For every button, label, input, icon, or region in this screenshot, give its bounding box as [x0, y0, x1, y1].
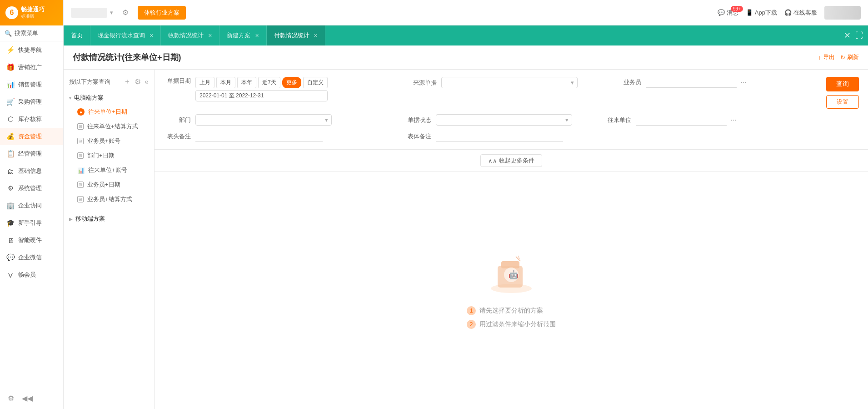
scheme-staff-date[interactable]: ⊞ 业务员+日期 [64, 177, 154, 192]
btn-last7[interactable]: 近7天 [258, 77, 280, 88]
sidebar-item-operation[interactable]: 📋 经营管理 [0, 145, 63, 162]
app-icon: 📱 [746, 9, 753, 16]
sidebar-item-wechat[interactable]: 💬 企业微信 [0, 249, 63, 266]
refresh-btn[interactable]: ↻ 刷新 [840, 53, 859, 61]
scheme-staff-account-label: 业务员+账号 [87, 137, 120, 145]
user-avatar-block [824, 6, 861, 20]
inventory-label: 库存核算 [18, 115, 42, 123]
add-scheme-icon[interactable]: ＋ [124, 77, 131, 86]
enterprise-icon: 🏢 [6, 202, 15, 210]
purchase-label: 采购管理 [18, 98, 42, 106]
sidebar-item-purchase[interactable]: 🛒 采购管理 [0, 93, 63, 111]
sidebar-item-marketing[interactable]: 🎁 营销推广 [0, 59, 63, 76]
dept-select[interactable] [195, 114, 332, 126]
dept-select-wrap: ▾ [195, 114, 332, 126]
tab-payment-stats[interactable]: 付款情况统计 × [267, 25, 325, 45]
export-btn[interactable]: ↑ 导出 [818, 53, 835, 61]
tabbar-right-actions: ✕ ⛶ [839, 25, 868, 45]
btn-custom[interactable]: 自定义 [303, 77, 328, 88]
page-title: 付款情况统计(往来单位+日期) [73, 52, 181, 63]
table-body-note-input[interactable] [436, 131, 563, 142]
staff-input[interactable] [646, 77, 737, 88]
staff-more-icon[interactable]: ··· [740, 78, 746, 86]
sidebar-header: 6 畅捷通巧 标准版 [0, 0, 63, 25]
member-icon: V [6, 271, 15, 279]
scheme-unit-account[interactable]: 📊 往来单位+账号 [64, 163, 154, 177]
filter-settings-btn[interactable]: 设置 [826, 95, 859, 109]
sidebar-item-member[interactable]: V 畅会员 [0, 266, 63, 283]
sidebar-item-hardware[interactable]: 🖥 智能硬件 [0, 232, 63, 249]
related-unit-input[interactable] [636, 115, 727, 126]
mobile-scheme-title[interactable]: ▶ 移动端方案 [64, 212, 154, 226]
source-select[interactable] [441, 77, 578, 88]
btn-this-month[interactable]: 本月 [216, 77, 235, 88]
user-area[interactable] [824, 6, 861, 20]
sidebar-item-sales[interactable]: 📊 销售管理 [0, 76, 63, 93]
date-range-display[interactable]: 2022-01-01 至 2022-12-31 [195, 90, 328, 101]
scheme-table-icon-4: ⊞ [77, 182, 84, 188]
sidebar-item-enterprise[interactable]: 🏢 企业协同 [0, 197, 63, 214]
svg-rect-2 [501, 261, 519, 268]
tab-home[interactable]: 首页 [64, 25, 90, 45]
doc-status-select[interactable] [436, 114, 572, 126]
related-unit-more-icon[interactable]: ··· [730, 116, 736, 124]
trial-btn[interactable]: 体验行业方案 [138, 6, 186, 20]
sidebar-item-quick-nav[interactable]: ⚡ 快捷导航 [0, 41, 63, 59]
sidebar-item-funds[interactable]: 💰 资金管理 [0, 128, 63, 145]
app-download-btn[interactable]: 📱 App下载 [746, 9, 777, 17]
date-quick-btns: 上月 本月 本年 近7天 更多 自定义 [195, 77, 328, 88]
date-label: 单据日期 [164, 77, 195, 85]
scheme-dept-date[interactable]: ⊞ 部门+日期 [64, 148, 154, 163]
settings-scheme-icon[interactable]: ⚙ [135, 77, 141, 86]
scheme-staff-settle[interactable]: ⊞ 业务员+结算方式 [64, 192, 154, 207]
system-icon: ⚙ [6, 184, 15, 192]
scheme-staff-account[interactable]: ⊞ 业务员+账号 [64, 134, 154, 148]
tab-bank-flow-label: 现金银行流水查询 [98, 31, 145, 40]
tab-payment-stats-close-icon[interactable]: × [314, 32, 318, 39]
sidebar-item-basic[interactable]: 🗂 基础信息 [0, 162, 63, 180]
scheme-unit-date[interactable]: ● 往来单位+日期 [64, 105, 154, 119]
tab-income-stats-label: 收款情况统计 [168, 31, 204, 40]
collapse-sidebar-btn[interactable]: ◀◀ [21, 392, 34, 404]
topbar: ▾ ⚙ 体验行业方案 💬 消息 99+ 📱 App下载 🎧 在线客服 [64, 0, 868, 25]
basic-icon: 🗂 [6, 167, 15, 175]
tab-new-scheme-close-icon[interactable]: × [255, 32, 259, 39]
collapse-up-icon: ∧∧ [488, 157, 497, 164]
workspace-selector[interactable]: ▾ [71, 8, 113, 18]
collapse-conditions-btn[interactable]: ∧∧ 收起更多条件 [480, 154, 542, 167]
doc-status-select-wrap: ▾ [436, 114, 572, 126]
sidebar-item-guide[interactable]: 🎓 新手引导 [0, 214, 63, 232]
sidebar-item-system[interactable]: ⚙ 系统管理 [0, 180, 63, 197]
scheme-unit-settle[interactable]: ⊞ 往来单位+结算方式 [64, 119, 154, 134]
btn-this-year[interactable]: 本年 [237, 77, 256, 88]
tab-new-scheme[interactable]: 新建方案 × [219, 25, 266, 45]
table-header-note-input[interactable] [195, 131, 323, 142]
tab-income-stats-close-icon[interactable]: × [208, 32, 212, 39]
tab-bank-flow[interactable]: 现金银行流水查询 × [90, 25, 161, 45]
expand-icon[interactable]: ⛶ [855, 31, 863, 40]
funds-label: 资金管理 [18, 132, 42, 141]
pc-scheme-title[interactable]: ▾ 电脑端方案 [64, 91, 154, 105]
page-actions: ↑ 导出 ↻ 刷新 [818, 53, 859, 61]
query-btn[interactable]: 查询 [826, 77, 859, 91]
tab-bank-flow-close-icon[interactable]: × [150, 32, 153, 39]
settings-gear-icon[interactable]: ⚙ [119, 6, 132, 20]
inner-layout: 按以下方案查询 ＋ ⚙ « ▾ 电脑端方案 ● 往来单位+日期 [64, 70, 868, 409]
settings-footer-btn[interactable]: ⚙ [5, 392, 17, 404]
collapse-left-icon[interactable]: « [145, 78, 149, 86]
operation-label: 经营管理 [18, 150, 42, 158]
scheme-unit-settle-label: 往来单位+结算方式 [87, 122, 138, 131]
close-all-tabs-icon[interactable]: ✕ [844, 30, 851, 40]
message-btn[interactable]: 💬 消息 99+ [718, 9, 738, 17]
source-select-wrap: ▾ [441, 77, 578, 88]
tab-home-label: 首页 [71, 31, 83, 40]
search-menu[interactable]: 🔍 搜索菜单 [0, 25, 63, 41]
empty-state-area: 🤖 1 请先选择要分析的方案 2 用过滤条件来缩小分析范围 [155, 172, 868, 409]
topbar-right: 💬 消息 99+ 📱 App下载 🎧 在线客服 [718, 6, 861, 20]
tab-income-stats[interactable]: 收款情况统计 × [161, 25, 219, 45]
online-service-btn[interactable]: 🎧 在线客服 [784, 9, 817, 17]
sidebar-item-inventory[interactable]: ⬡ 库存核算 [0, 111, 63, 128]
right-panel: 单据日期 上月 本月 本年 近7天 更多 自定义 20 [155, 70, 868, 409]
btn-last-month[interactable]: 上月 [195, 77, 215, 88]
btn-more[interactable]: 更多 [282, 77, 301, 88]
